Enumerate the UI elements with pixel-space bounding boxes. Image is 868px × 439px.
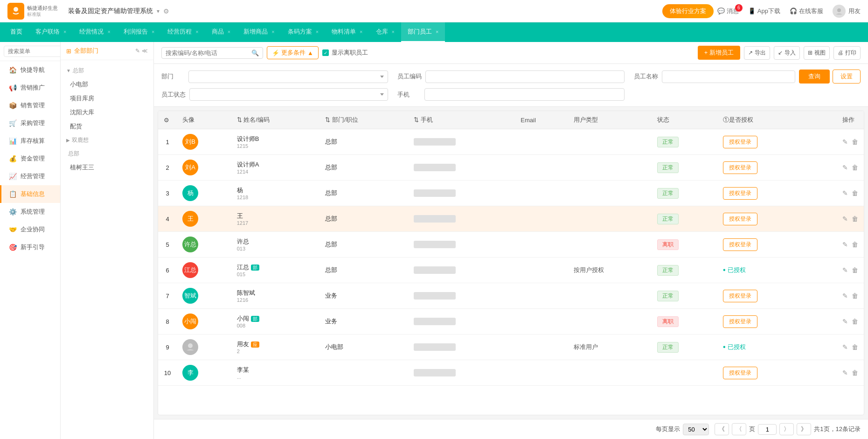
col-phone[interactable]: ⇅ 手机 [408, 111, 515, 129]
dept-item-xiaodianbu[interactable]: 小电部 [61, 77, 153, 91]
delete-icon[interactable]: 🗑 [852, 164, 858, 171]
last-page-button[interactable]: 》 [797, 423, 811, 435]
delete-icon[interactable]: 🗑 [852, 266, 858, 274]
close-icon[interactable]: × [107, 29, 110, 35]
dept-collapse-icon[interactable]: ≪ [142, 48, 148, 54]
sidebar-item-quick-nav[interactable]: 🏠 快捷导航 [0, 61, 60, 79]
search-input[interactable] [4, 46, 61, 57]
page-input[interactable] [758, 424, 777, 435]
app-download-link[interactable]: 📱 App下载 [748, 7, 780, 15]
sidebar-item-finance[interactable]: 💰 资金管理 [0, 150, 60, 167]
auth-login-button[interactable]: 授权登录 [723, 187, 757, 200]
delete-icon[interactable]: 🗑 [852, 189, 858, 197]
tab-operation-history[interactable]: 经营历程 × [161, 22, 205, 42]
sidebar-item-collab[interactable]: 🤝 企业协同 [0, 221, 60, 238]
online-service-link[interactable]: 🎧 在线客服 [790, 7, 823, 15]
auth-login-button[interactable]: 授权登录 [723, 367, 757, 379]
import-button[interactable]: ↙ 导入 [774, 46, 800, 60]
tab-dept-staff[interactable]: 部门员工 × [401, 22, 445, 42]
edit-icon[interactable]: ✎ [842, 369, 848, 376]
delete-icon[interactable]: 🗑 [852, 343, 858, 351]
filter-empstatus-select[interactable] [189, 88, 388, 101]
delete-icon[interactable]: 🗑 [852, 138, 858, 146]
edit-icon[interactable]: ✎ [842, 215, 848, 223]
sidebar-item-operation[interactable]: 📈 经营管理 [0, 167, 60, 185]
close-icon[interactable]: × [392, 29, 395, 35]
tab-goods[interactable]: 商品 × [205, 22, 237, 42]
close-icon[interactable]: × [228, 29, 230, 35]
delete-icon[interactable]: 🗑 [852, 292, 858, 300]
col-settings[interactable]: ⚙ [158, 111, 177, 129]
dept-item-xiangmuKufang[interactable]: 项目库房 [61, 91, 153, 105]
close-icon[interactable]: × [360, 29, 362, 35]
tab-bom[interactable]: 物料清单 × [325, 22, 369, 42]
close-icon[interactable]: × [152, 29, 154, 35]
col-dept-position[interactable]: ⇅ 部门/职位 [319, 111, 408, 129]
export-button[interactable]: ↗ 导出 [744, 46, 770, 60]
delete-icon[interactable]: 🗑 [852, 215, 858, 223]
edit-icon[interactable]: ✎ [842, 189, 848, 197]
tab-home[interactable]: 首页 [4, 22, 29, 42]
search-icon[interactable]: 🔍 [251, 49, 259, 56]
delete-icon[interactable]: 🗑 [852, 369, 858, 376]
edit-icon[interactable]: ✎ [842, 343, 848, 351]
close-icon[interactable]: × [195, 29, 198, 35]
dropdown-arrow-icon[interactable]: ▾ [157, 8, 160, 14]
auth-login-button[interactable]: 授权登录 [723, 161, 757, 174]
dept-group-zongbu[interactable]: ▼ 总部 [61, 64, 153, 77]
tab-barcode[interactable]: 条码方案 × [281, 22, 325, 42]
close-icon[interactable]: × [271, 29, 274, 35]
tab-customer[interactable]: 客户联络 × [29, 22, 73, 42]
trial-button[interactable]: 体验行业方案 [662, 4, 714, 18]
sidebar-item-inventory[interactable]: 📊 库存核算 [0, 132, 60, 150]
view-button[interactable]: ⊞ 视图 [804, 46, 830, 60]
tab-profit-report[interactable]: 利润报告 × [117, 22, 161, 42]
print-button[interactable]: 🖨 打印 [833, 46, 861, 60]
filter-empname-input[interactable] [662, 70, 795, 83]
search-action-button[interactable]: 查询 [799, 70, 830, 84]
close-icon[interactable]: × [436, 29, 438, 35]
delete-icon[interactable]: 🗑 [852, 318, 858, 325]
dept-edit-icon[interactable]: ✎ [135, 48, 140, 54]
col-name-code[interactable]: ⇅ 姓名/编码 [231, 111, 320, 129]
auth-login-button[interactable]: 授权登录 [723, 290, 757, 302]
auth-login-button[interactable]: 授权登录 [723, 238, 757, 251]
close-icon[interactable]: × [63, 29, 66, 35]
dept-item-shenyang[interactable]: 沈阳大库 [61, 105, 153, 119]
show-resigned-checkbox[interactable]: ✓ 显示离职员工 [322, 49, 368, 57]
filter-dept-select[interactable] [188, 70, 388, 83]
tab-new-goods[interactable]: 新增商品 × [237, 22, 281, 42]
dept-group-shuanglu[interactable]: ▶ 双鹿想 [61, 133, 153, 147]
next-page-button[interactable]: 〉 [779, 423, 794, 435]
auth-login-button[interactable]: 授权登录 [723, 315, 757, 328]
filter-empcode-input[interactable] [425, 70, 624, 83]
dept-item-peihuo[interactable]: 配货 [61, 119, 153, 133]
edit-icon[interactable]: ✎ [842, 292, 848, 300]
auth-login-button[interactable]: 授权登录 [723, 213, 757, 225]
sidebar-item-sales[interactable]: 📦 销售管理 [0, 97, 60, 114]
more-filter-btn[interactable]: ⚡ 更多条件 ▲ [267, 46, 319, 59]
reset-button[interactable]: 设置 [833, 70, 861, 84]
sidebar-item-guide[interactable]: 🎯 新手引导 [0, 238, 60, 256]
dept-item-zhishu[interactable]: 植树王三 [61, 160, 153, 174]
delete-icon[interactable]: 🗑 [852, 241, 858, 248]
message-icon[interactable]: 💬 消息 6 [717, 7, 739, 15]
search-input[interactable] [166, 49, 250, 56]
auth-login-button[interactable]: 授权登录 [723, 136, 757, 148]
edit-icon[interactable]: ✎ [842, 138, 848, 146]
sidebar-item-system[interactable]: ⚙️ 系统管理 [0, 203, 60, 221]
filter-phone-input[interactable] [424, 88, 624, 101]
edit-icon[interactable]: ✎ [842, 266, 848, 274]
sidebar-item-marketing[interactable]: 📢 营销推广 [0, 79, 60, 97]
tab-operation-status[interactable]: 经营情况 × [73, 22, 117, 42]
page-size-select[interactable]: 50 100 [683, 424, 709, 435]
tab-warehouse[interactable]: 仓库 × [369, 22, 401, 42]
add-employee-button[interactable]: + 新增员工 [698, 46, 740, 60]
edit-icon[interactable]: ✎ [842, 241, 848, 248]
prev-page-button[interactable]: 〈 [732, 423, 746, 435]
edit-icon[interactable]: ✎ [842, 164, 848, 171]
sidebar-item-purchase[interactable]: 🛒 采购管理 [0, 114, 60, 132]
user-area[interactable]: 用友 [833, 5, 861, 18]
first-page-button[interactable]: 《 [715, 423, 729, 435]
close-icon[interactable]: × [316, 29, 319, 35]
